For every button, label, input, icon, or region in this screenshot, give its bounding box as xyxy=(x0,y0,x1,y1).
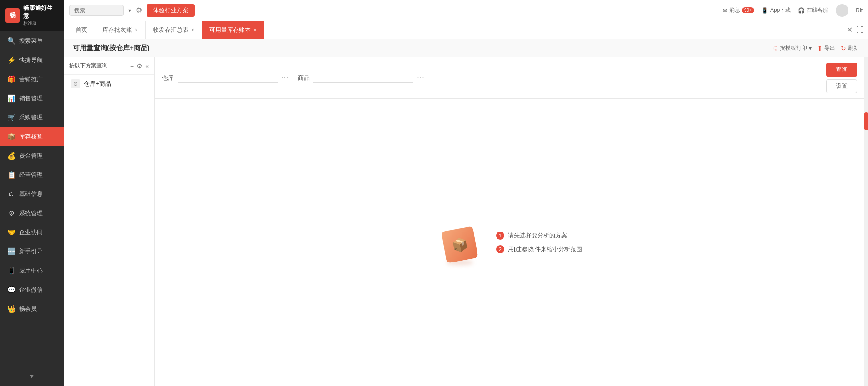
filter-settings-button[interactable]: ⚙ xyxy=(137,62,142,70)
sidebar-item-label: 搜索菜单 xyxy=(19,37,43,45)
goods-label: 商品 xyxy=(298,74,310,82)
tab-home[interactable]: 首页 xyxy=(68,21,95,39)
sidebar-item-management[interactable]: 📋 经营管理 xyxy=(0,165,64,185)
hint-number-2: 2 xyxy=(496,245,504,253)
scheme-warehouse-goods[interactable]: ⊙ 仓库+商品 xyxy=(64,75,154,93)
right-scrollbar[interactable] xyxy=(864,57,868,386)
topbar-gear-icon[interactable]: ⚙ xyxy=(136,6,142,15)
sidebar-item-label: 营销推广 xyxy=(19,75,43,83)
export-icon: ⬆ xyxy=(817,45,822,52)
tab-available-stock[interactable]: 可用量库存账本 × xyxy=(202,21,264,39)
sidebar-item-member[interactable]: 👑 畅会员 xyxy=(0,299,64,319)
close-tab-button[interactable]: ✕ xyxy=(847,26,853,34)
warehouse-label: 仓库 xyxy=(162,74,174,82)
sidebar-item-label: 系统管理 xyxy=(19,209,43,217)
sidebar-scroll-down[interactable]: ▼ xyxy=(0,370,64,382)
app-download-label: App下载 xyxy=(770,6,791,14)
sidebar-item-label: 快捷导航 xyxy=(19,56,43,64)
sales-icon: 📊 xyxy=(7,94,15,103)
tab-close-icon[interactable]: × xyxy=(254,27,257,33)
headset-icon: 🎧 xyxy=(798,7,805,14)
warehouse-input[interactable] xyxy=(178,73,278,83)
message-item[interactable]: ✉ 消息 99+ xyxy=(723,6,754,14)
sidebar-item-system[interactable]: ⚙ 系统管理 xyxy=(0,204,64,223)
tab-inventory-batch[interactable]: 库存批次账 × xyxy=(95,21,146,39)
dropdown-arrow-icon: ▾ xyxy=(128,7,131,14)
management-icon: 📋 xyxy=(7,171,15,179)
filter-collapse-button[interactable]: « xyxy=(145,62,149,70)
sidebar-item-inventory[interactable]: 📦 库存核算 xyxy=(0,127,64,146)
app-title-wrap: 畅康通好生意 标准版 xyxy=(23,5,58,26)
empty-box-face-icon: 📦 xyxy=(451,236,469,254)
app-edition: 标准版 xyxy=(23,20,58,26)
sidebar-item-search[interactable]: 🔍 搜索菜单 xyxy=(0,31,64,51)
sidebar-item-marketing[interactable]: 🎁 营销推广 xyxy=(0,70,64,89)
app-download-item[interactable]: 📱 App下载 xyxy=(761,6,791,14)
warehouse-field: 仓库 ··· xyxy=(162,73,289,83)
query-fields: 仓库 ··· 商品 ··· 查询 设置 xyxy=(155,57,864,99)
online-service-item[interactable]: 🎧 在线客服 xyxy=(798,6,828,14)
print-dropdown-icon: ▾ xyxy=(809,45,812,51)
refresh-action[interactable]: ↻ 刷新 xyxy=(841,44,859,52)
message-icon: ✉ xyxy=(723,7,727,14)
empty-hint-2: 2 用[过滤]条件来缩小分析范围 xyxy=(496,245,582,253)
app-logo: 畅 xyxy=(5,8,20,23)
trial-button[interactable]: 体验行业方案 xyxy=(147,4,195,17)
goods-dots[interactable]: ··· xyxy=(417,74,424,82)
sidebar-item-sales[interactable]: 📊 销售管理 xyxy=(0,89,64,108)
goods-input[interactable] xyxy=(313,73,413,83)
sidebar-item-label: 库存核算 xyxy=(19,133,43,141)
enterprise-icon: 🤝 xyxy=(7,228,15,237)
query-action-buttons: 查询 设置 xyxy=(826,63,857,93)
search-input[interactable] xyxy=(69,5,124,16)
user-avatar[interactable] xyxy=(836,4,848,17)
tab-stock-summary-label: 收发存汇总表 xyxy=(153,26,188,34)
sidebar-item-basic[interactable]: 🗂 基础信息 xyxy=(0,185,64,204)
sidebar-item-label: 采购管理 xyxy=(19,113,43,122)
appcenter-icon: 📱 xyxy=(7,267,15,275)
filter-panel: 按以下方案查询 + ⚙ « ⊙ 仓库+商品 xyxy=(64,57,155,386)
scheme-label: 仓库+商品 xyxy=(84,80,111,88)
empty-state: 📦 1 请先选择要分析的方案 2 用[过滤]条件来缩小分析范围 xyxy=(155,99,864,386)
export-action[interactable]: ⬆ 导出 xyxy=(817,44,835,52)
tab-stock-summary[interactable]: 收发存汇总表 × xyxy=(146,21,202,39)
tabs-actions: ✕ ⛶ xyxy=(847,26,868,34)
tab-available-stock-label: 可用量库存账本 xyxy=(209,26,251,34)
app-download-icon: 📱 xyxy=(761,7,768,14)
page-title: 可用量查询(按仓库+商品) xyxy=(73,44,150,52)
tab-inventory-batch-label: 库存批次账 xyxy=(102,26,132,34)
warehouse-dots[interactable]: ··· xyxy=(281,74,289,82)
sidebar-item-label: 企业协同 xyxy=(19,228,43,237)
topbar-right: ✉ 消息 99+ 📱 App下载 🎧 在线客服 Rit xyxy=(723,4,863,17)
page-actions: 🖨 按模板打印 ▾ ⬆ 导出 ↻ 刷新 xyxy=(772,44,859,52)
print-action[interactable]: 🖨 按模板打印 ▾ xyxy=(772,44,812,52)
topbar: ▾ ⚙ 体验行业方案 ✉ 消息 99+ 📱 App下载 🎧 在线客服 Rit xyxy=(64,0,868,21)
tab-close-icon[interactable]: × xyxy=(135,27,138,33)
tab-close-icon[interactable]: × xyxy=(191,27,194,33)
inventory-icon: 📦 xyxy=(7,133,15,141)
expand-tab-button[interactable]: ⛶ xyxy=(856,26,863,34)
sidebar-item-wechat[interactable]: 💬 企业微信 xyxy=(0,280,64,299)
scheme-icon: ⊙ xyxy=(71,79,80,88)
sidebar: 畅 畅康通好生意 标准版 🔍 搜索菜单 ⚡ 快捷导航 🎁 营销推广 📊 销售管理… xyxy=(0,0,64,386)
sidebar-item-guide[interactable]: 🆕 新手引导 xyxy=(0,242,64,261)
export-label: 导出 xyxy=(824,44,835,52)
query-button[interactable]: 查询 xyxy=(826,63,857,77)
page-header: 可用量查询(按仓库+商品) 🖨 按模板打印 ▾ ⬆ 导出 ↻ 刷新 xyxy=(64,39,868,57)
topbar-dropdown[interactable]: ▾ xyxy=(128,7,131,14)
purchase-icon: 🛒 xyxy=(7,113,15,122)
message-label: 消息 xyxy=(729,6,740,14)
guide-icon: 🆕 xyxy=(7,247,15,256)
sidebar-header: 畅 畅康通好生意 标准版 xyxy=(0,0,64,31)
member-icon: 👑 xyxy=(7,305,15,313)
filter-header: 按以下方案查询 + ⚙ « xyxy=(64,57,154,75)
sidebar-item-enterprise[interactable]: 🤝 企业协同 xyxy=(0,223,64,242)
filter-add-button[interactable]: + xyxy=(130,62,134,70)
sidebar-item-finance[interactable]: 💰 资金管理 xyxy=(0,146,64,165)
sidebar-item-appcenter[interactable]: 📱 应用中心 xyxy=(0,261,64,280)
message-badge: 99+ xyxy=(742,7,754,13)
print-label: 按模板打印 xyxy=(780,44,807,52)
sidebar-item-shortcut[interactable]: ⚡ 快捷导航 xyxy=(0,51,64,70)
settings-button[interactable]: 设置 xyxy=(826,79,857,93)
sidebar-item-purchase[interactable]: 🛒 采购管理 xyxy=(0,108,64,127)
